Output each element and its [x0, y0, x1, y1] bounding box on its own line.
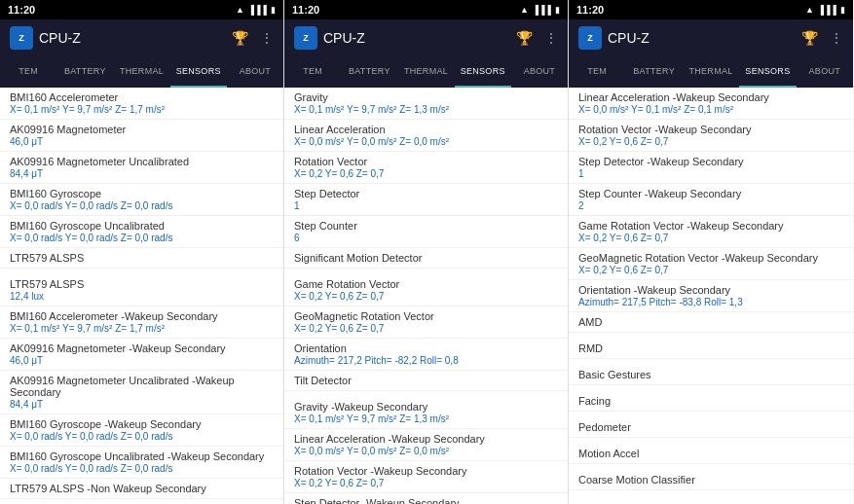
sensor-value: Azimuth= 217,5 Pitch= -83,8 Roll= 1,3 — [578, 297, 843, 307]
tab-sensors[interactable]: SENSORS — [170, 56, 227, 88]
menu-icon[interactable]: ⋮ — [260, 30, 274, 46]
tab-about[interactable]: ABOUT — [511, 56, 568, 88]
sensor-value: 2 — [578, 200, 843, 211]
sensor-name: Coarse Motion Classifier — [578, 474, 843, 486]
tab-tem[interactable]: TEM — [0, 56, 56, 88]
sensor-name: GeoMagnetic Rotation Vector — [294, 310, 558, 322]
sensor-value: X= 0,0 m/s² Y= 0,0 m/s² Z= 0,0 m/s² — [294, 136, 558, 147]
sensor-name: Orientation — [294, 342, 558, 354]
sensor-name: Step Detector — [294, 188, 558, 199]
sensor-name: Game Rotation Vector -Wakeup Secondary — [578, 220, 843, 232]
sensor-item: Step Counter -Wakeup Secondary2 — [569, 184, 853, 216]
tab-battery[interactable]: BATTERY — [56, 56, 113, 88]
sensor-name: Gravity — [294, 91, 558, 103]
sensor-item: BMI160 AccelerometerX= 0,1 m/s² Y= 9,7 m… — [0, 88, 283, 120]
sensor-value: X= 0,0 rad/s Y= 0,0 rad/s Z= 0,0 rad/s — [10, 233, 274, 243]
tab-sensors[interactable]: SENSORS — [455, 56, 511, 88]
tab-bar: TEMBATTERYTHERMALSENSORSABOUT — [569, 56, 853, 88]
sensor-item: AK09916 Magnetometer Uncalibrated -Wakeu… — [0, 371, 283, 414]
sensor-value: X= 0,1 m/s² Y= 9,7 m/s² Z= 1,7 m/s² — [10, 323, 274, 334]
sensor-value: X= 0,2 Y= 0,6 Z= 0,7 — [294, 478, 558, 488]
sensor-name: BMI160 Gyroscope Uncalibrated -Wakeup Se… — [10, 450, 274, 462]
sensor-item: Step Detector -Wakeup Secondary1 — [569, 152, 853, 184]
sensor-name: Linear Acceleration — [294, 124, 558, 135]
sensor-item: AK09916 Magnetometer -Wakeup Secondary46… — [0, 339, 283, 371]
sensor-name: LTR579 ALSPS — [10, 252, 274, 264]
sensor-item: Step Detector -Wakeup Secondary1 — [284, 493, 568, 504]
sensor-item: AK09916 Magnetometer Uncalibrated84,4 μT — [0, 152, 283, 184]
wifi-icon: ▲ — [805, 5, 814, 15]
tab-thermal[interactable]: THERMAL — [113, 56, 169, 88]
sensor-item: OrientationAzimuth= 217,2 Pitch= -82,2 R… — [284, 339, 568, 371]
sensor-name: BMI160 Gyroscope Uncalibrated — [10, 220, 274, 232]
tab-battery[interactable]: BATTERY — [625, 56, 682, 88]
sensor-value: 46,0 μT — [10, 355, 274, 366]
sensor-name: Step Counter — [294, 220, 558, 232]
tab-tem[interactable]: TEM — [284, 56, 341, 88]
tab-about[interactable]: ABOUT — [797, 56, 853, 88]
tab-tem[interactable]: TEM — [569, 56, 625, 88]
sensor-name: Orientation -Wakeup Secondary — [578, 284, 843, 296]
tab-battery[interactable]: BATTERY — [341, 56, 397, 88]
sensor-name: BMI160 Accelerometer -Wakeup Secondary — [10, 310, 274, 322]
trophy-icon[interactable]: 🏆 — [516, 30, 533, 46]
app-title: CPU-Z — [323, 30, 365, 46]
sensor-name: Tilt Detector — [294, 375, 558, 386]
sensor-value: 12,4 lux — [10, 291, 274, 302]
sensor-item: GravityX= 0,1 m/s² Y= 9,7 m/s² Z= 1,3 m/… — [284, 88, 568, 120]
status-time: 11:20 — [576, 4, 604, 16]
sensor-item: Linear Acceleration -Wakeup SecondaryX= … — [284, 429, 568, 461]
battery-icon: ▮ — [840, 5, 845, 15]
menu-icon[interactable]: ⋮ — [544, 30, 558, 46]
app-title: CPU-Z — [39, 30, 81, 46]
sensor-name: Significant Motion Detector — [294, 252, 558, 264]
tab-thermal[interactable]: THERMAL — [683, 56, 739, 88]
sensor-name: LTR579 ALSPS — [10, 278, 274, 290]
sensor-item: Step Detector1 — [284, 184, 568, 216]
sensor-list: BMI160 AccelerometerX= 0,1 m/s² Y= 9,7 m… — [0, 88, 283, 504]
sensor-item: GeoMagnetic Rotation VectorX= 0,2 Y= 0,6… — [284, 306, 568, 339]
sensor-name: BMI160 Gyroscope — [10, 188, 274, 199]
sensor-name: AK09916 Magnetometer Uncalibrated — [10, 156, 274, 167]
status-bar: 11:20 ▲ ▐▐▐ ▮ — [0, 0, 283, 19]
trophy-icon[interactable]: 🏆 — [801, 30, 818, 46]
sensor-item: LTR579 ALSPS -Non Wakeup Secondary — [0, 479, 283, 499]
panel-1: 11:20 ▲ ▐▐▐ ▮ Z CPU-Z 🏆 ⋮ TEMBATTERYTHER… — [0, 0, 284, 504]
sensor-name: Pedometer — [578, 421, 843, 433]
tab-sensors[interactable]: SENSORS — [739, 56, 796, 88]
sensor-value: 1 — [578, 168, 843, 179]
sensor-value: X= 0,1 m/s² Y= 9,7 m/s² Z= 1,3 m/s² — [294, 104, 558, 115]
sensor-item: Rotation VectorX= 0,2 Y= 0,6 Z= 0,7 — [284, 152, 568, 184]
sensor-name: Rotation Vector -Wakeup Secondary — [294, 465, 558, 477]
sensor-name: Game Rotation Vector — [294, 278, 558, 290]
sensor-item: BMI160 Gyroscope Uncalibrated -Wakeup Se… — [0, 447, 283, 479]
sensor-item: BMI160 Gyroscope -Wakeup SecondaryX= 0,0… — [0, 414, 283, 447]
trophy-icon[interactable]: 🏆 — [232, 30, 248, 46]
sensor-name: AK09916 Magnetometer — [10, 124, 274, 135]
sensor-name: AK09916 Magnetometer Uncalibrated -Wakeu… — [10, 375, 274, 398]
sensor-name: BMI160 Accelerometer — [10, 91, 274, 103]
sensor-item: Motion Accel — [569, 444, 853, 464]
sensor-name: Linear Acceleration -Wakeup Secondary — [578, 91, 843, 103]
sensor-name: Motion Accel — [578, 448, 843, 459]
sensor-name: Gravity -Wakeup Secondary — [294, 401, 558, 413]
status-time: 11:20 — [8, 4, 35, 16]
panel-3: 11:20 ▲ ▐▐▐ ▮ Z CPU-Z 🏆 ⋮ TEMBATTERYTHER… — [569, 0, 853, 504]
sensor-item: Linear Acceleration -Wakeup SecondaryX= … — [569, 88, 853, 120]
status-bar: 11:20 ▲ ▐▐▐ ▮ — [569, 0, 853, 19]
sensor-item: AMD — [569, 312, 853, 333]
sensor-item: Orientation -Wakeup SecondaryAzimuth= 21… — [569, 280, 853, 312]
sensor-name: Step Detector -Wakeup Secondary — [294, 497, 558, 504]
tab-thermal[interactable]: THERMAL — [397, 56, 454, 88]
sensor-item: Linear AccelerationX= 0,0 m/s² Y= 0,0 m/… — [284, 120, 568, 152]
tab-about[interactable]: ABOUT — [227, 56, 283, 88]
sensor-value: X= 0,2 Y= 0,6 Z= 0,7 — [578, 265, 843, 275]
sensor-item: BMI160 GyroscopeX= 0,0 rad/s Y= 0,0 rad/… — [0, 184, 283, 216]
sensor-value: X= 0,0 rad/s Y= 0,0 rad/s Z= 0,0 rad/s — [10, 431, 274, 442]
sensor-value: X= 0,0 m/s² Y= 0,0 m/s² Z= 0,0 m/s² — [294, 446, 558, 456]
sensor-item: BMI160 Accelerometer -Wakeup SecondaryX=… — [0, 306, 283, 339]
app-bar: Z CPU-Z 🏆 ⋮ — [569, 19, 853, 56]
menu-icon[interactable]: ⋮ — [830, 30, 843, 46]
sensor-name: Facing — [578, 395, 843, 407]
sensor-value: X= 0,2 Y= 0,6 Z= 0,7 — [294, 168, 558, 179]
